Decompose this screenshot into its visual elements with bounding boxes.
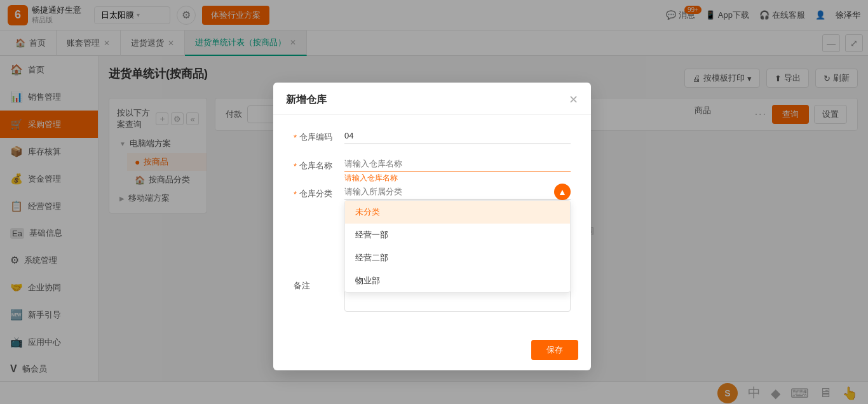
category-select-row: * 仓库分类 ▲: [294, 184, 571, 200]
dropdown-item-dept1[interactable]: 经营一部: [345, 224, 570, 246]
dialog-footer: 保存: [273, 333, 591, 370]
dropdown-item-dept3[interactable]: 物业部: [345, 269, 570, 292]
dropdown-item-uncategorized[interactable]: 未分类: [345, 201, 570, 224]
name-label: * 仓库名称: [294, 156, 344, 172]
name-error-message: 请输入仓库名称: [344, 173, 398, 184]
name-input[interactable]: [344, 156, 571, 172]
dropdown-item-dept2[interactable]: 经营二部: [345, 246, 570, 269]
code-input[interactable]: [344, 128, 571, 144]
note-label: 备注: [294, 276, 344, 292]
add-warehouse-dialog: 新增仓库 ✕ * 仓库编码 * 仓库名称 请输入仓库名称: [273, 83, 591, 370]
form-row-name: * 仓库名称 请输入仓库名称: [294, 156, 571, 172]
dialog-close-button[interactable]: ✕: [569, 93, 578, 107]
category-dropdown: 未分类 经营一部 经营二部 物业部: [344, 200, 571, 293]
save-button[interactable]: 保存: [531, 340, 578, 360]
dialog-header: 新增仓库 ✕: [273, 83, 591, 115]
form-row-category: * 仓库分类 ▲ 未分类 经营一部 经营二部 物业部: [294, 184, 571, 200]
category-input-wrap: ▲: [344, 184, 571, 200]
dialog-title: 新增仓库: [286, 93, 327, 107]
category-input[interactable]: [344, 184, 571, 200]
code-label: * 仓库编码: [294, 128, 344, 143]
dialog-body: * 仓库编码 * 仓库名称 请输入仓库名称 * 仓库分类: [273, 115, 591, 333]
category-label: * 仓库分类: [294, 184, 344, 199]
category-dropdown-toggle[interactable]: ▲: [554, 184, 571, 200]
form-row-code: * 仓库编码: [294, 128, 571, 144]
